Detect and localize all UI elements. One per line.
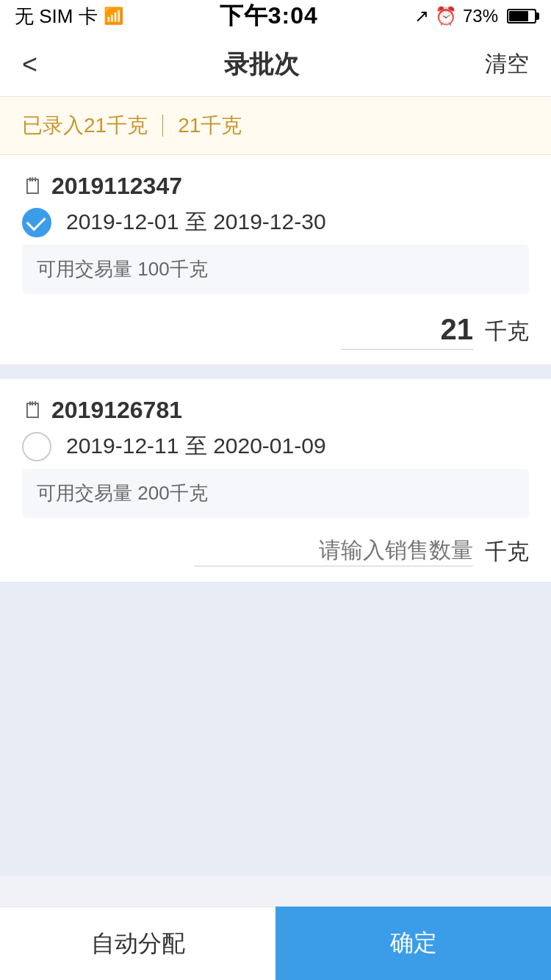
amount-value-1[interactable]: 21 [441, 313, 474, 346]
batch-card-2: 🗒 2019126781 2019-12-11 至 2020-01-09 可用交… [0, 379, 551, 582]
summary-divider [162, 115, 163, 137]
clear-button[interactable]: 清空 [485, 49, 529, 79]
batch-date-row-1[interactable]: 2019-12-01 至 2019-12-30 [0, 207, 551, 245]
radio-btn-1[interactable] [22, 208, 51, 237]
amount-underline-1: 21 [341, 313, 473, 350]
batch-header-2: 🗒 2019126781 [0, 379, 551, 431]
status-bar: 无 SIM 卡 📶 下午3:04 ↗ ⏰ 73% [0, 0, 551, 32]
carrier-text: 无 SIM 卡 [15, 4, 98, 29]
batch-id-2: 2019126781 [51, 397, 182, 424]
batch-header-1: 🗒 2019112347 [0, 155, 551, 207]
status-carrier: 无 SIM 卡 📶 [15, 4, 123, 29]
bottom-bar: 自动分配 确定 [0, 907, 551, 980]
page-title: 录批次 [224, 48, 299, 82]
radio-btn-2[interactable] [22, 432, 51, 461]
status-time: 下午3:04 [220, 0, 318, 32]
input-unit-2: 千克 [485, 537, 529, 567]
battery-percent: 73% [463, 6, 498, 26]
nav-bar: < 录批次 清空 [0, 32, 551, 97]
confirm-button[interactable]: 确定 [276, 907, 551, 980]
input-row-2: 千克 [0, 530, 551, 582]
battery-icon [507, 9, 536, 24]
batch-card-1: 🗒 2019112347 2019-12-01 至 2019-12-30 可用交… [0, 155, 551, 364]
status-right: ↗ ⏰ 73% [414, 6, 536, 26]
quantity-input-2[interactable] [194, 538, 473, 566]
batch-date-row-2[interactable]: 2019-12-11 至 2020-01-09 [0, 431, 551, 469]
batch-avail-1: 可用交易量 100千克 [22, 245, 529, 294]
batch-date-1: 2019-12-01 至 2019-12-30 [66, 207, 326, 237]
empty-area [0, 582, 551, 876]
summary-value: 21千克 [178, 112, 242, 140]
back-button[interactable]: < [22, 49, 37, 80]
location-icon: ↗ [414, 6, 429, 26]
content-area: 🗒 2019112347 2019-12-01 至 2019-12-30 可用交… [0, 155, 551, 949]
doc-icon-2: 🗒 [22, 398, 44, 423]
batch-date-2: 2019-12-11 至 2020-01-09 [66, 431, 326, 461]
doc-icon-1: 🗒 [22, 174, 44, 199]
alarm-icon: ⏰ [435, 6, 457, 26]
amount-row-1: 21 千克 [0, 306, 551, 364]
section-divider [0, 364, 551, 379]
batch-id-1: 2019112347 [51, 173, 182, 200]
amount-unit-1: 千克 [485, 317, 529, 347]
summary-bar: 已录入21千克 21千克 [0, 97, 551, 155]
summary-label: 已录入21千克 [22, 112, 148, 140]
wifi-icon: 📶 [104, 7, 123, 26]
auto-distribute-button[interactable]: 自动分配 [0, 907, 276, 980]
batch-avail-2: 可用交易量 200千克 [22, 469, 529, 518]
